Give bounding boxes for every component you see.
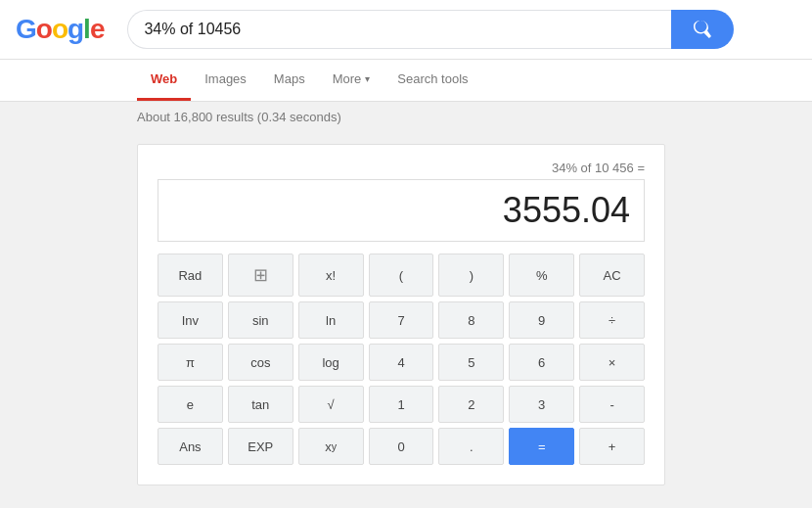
calc-btn-3[interactable]: 3 (509, 386, 574, 423)
calc-btn-cos[interactable]: cos (228, 344, 293, 381)
calc-btn-e[interactable]: e (158, 386, 223, 423)
nav: Web Images Maps More ▾ Search tools (0, 60, 812, 102)
calc-btn-multiply[interactable]: × (579, 344, 645, 381)
calc-btn-close-paren[interactable]: ) (438, 254, 504, 297)
search-bar: 34% of 10456 (127, 10, 734, 49)
calc-btn-exp[interactable]: EXP (228, 428, 293, 465)
calc-btn-grid[interactable]: ⊞ (228, 254, 293, 297)
nav-item-more[interactable]: More ▾ (319, 60, 384, 101)
calc-btn-rad[interactable]: Rad (158, 254, 223, 297)
header: Google 34% of 10456 (0, 0, 812, 60)
calc-btn-add[interactable]: + (579, 428, 645, 465)
calc-grid: Rad ⊞ x! ( ) % AC Inv sin ln 7 8 9 ÷ π c… (158, 254, 645, 465)
calc-btn-0[interactable]: 0 (369, 428, 434, 465)
nav-item-web[interactable]: Web (137, 60, 191, 101)
calc-btn-4[interactable]: 4 (369, 344, 434, 381)
calc-btn-factorial[interactable]: x! (298, 254, 364, 297)
calc-btn-power[interactable]: xy (298, 428, 364, 465)
calc-btn-pi[interactable]: π (158, 344, 223, 381)
nav-item-images[interactable]: Images (191, 60, 260, 101)
calc-btn-log[interactable]: log (298, 344, 364, 381)
search-icon (694, 21, 711, 38)
calc-btn-equals[interactable]: = (509, 428, 574, 465)
calc-btn-ac[interactable]: AC (579, 254, 645, 297)
calc-btn-8[interactable]: 8 (438, 301, 504, 339)
google-logo: Google (16, 14, 104, 45)
calculator-area: 34% of 10 456 = 3555.04 Rad ⊞ x! ( ) % A… (0, 132, 812, 497)
calc-btn-9[interactable]: 9 (509, 301, 574, 339)
calc-btn-percent[interactable]: % (509, 254, 574, 297)
calc-btn-divide[interactable]: ÷ (579, 301, 645, 339)
calculator-card: 34% of 10 456 = 3555.04 Rad ⊞ x! ( ) % A… (137, 144, 665, 485)
calc-btn-ans[interactable]: Ans (158, 428, 223, 465)
calc-display: 3555.04 (158, 179, 645, 242)
results-info: About 16,800 results (0.34 seconds) (0, 102, 812, 132)
calc-btn-ln[interactable]: ln (298, 301, 364, 339)
calc-btn-2[interactable]: 2 (438, 386, 504, 423)
calc-btn-1[interactable]: 1 (369, 386, 434, 423)
calc-btn-sqrt[interactable]: √ (298, 386, 364, 423)
calc-btn-inv[interactable]: Inv (158, 301, 223, 339)
calc-btn-7[interactable]: 7 (369, 301, 434, 339)
chevron-down-icon: ▾ (365, 73, 370, 84)
calc-expression: 34% of 10 456 = (158, 161, 645, 175)
search-button[interactable] (671, 10, 734, 49)
calc-btn-sin[interactable]: sin (228, 301, 293, 339)
calc-btn-6[interactable]: 6 (509, 344, 574, 381)
calc-btn-open-paren[interactable]: ( (369, 254, 434, 297)
calc-btn-subtract[interactable]: - (579, 386, 645, 423)
nav-item-search-tools[interactable]: Search tools (383, 60, 481, 101)
calc-btn-5[interactable]: 5 (438, 344, 504, 381)
calc-btn-dot[interactable]: . (438, 428, 504, 465)
nav-item-maps[interactable]: Maps (260, 60, 319, 101)
calc-btn-tan[interactable]: tan (228, 386, 293, 423)
search-input[interactable]: 34% of 10456 (127, 10, 671, 49)
